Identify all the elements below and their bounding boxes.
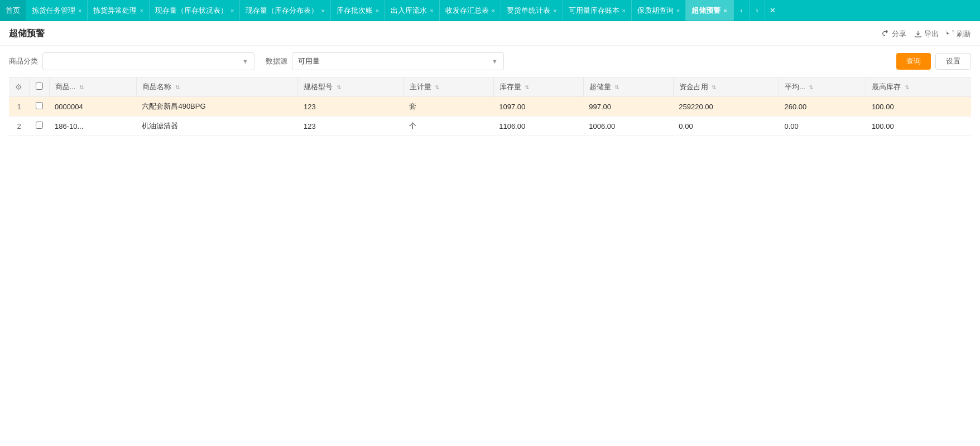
refresh-button[interactable]: 刷新	[947, 29, 971, 39]
nav-stock-dist[interactable]: 现存量（库存分布表） ×	[240, 0, 330, 21]
close-icon[interactable]: ×	[676, 7, 680, 14]
col-product-name-label: 商品名称	[142, 83, 171, 91]
top-navigation: 首页 拣货任务管理 × 拣货异常处理 × 现存量（库存状况表） × 现存量（库存…	[0, 0, 980, 21]
export-icon	[914, 30, 922, 38]
nav-batch-account[interactable]: 库存批次账 ×	[331, 0, 385, 21]
close-icon[interactable]: ×	[723, 7, 727, 14]
export-button[interactable]: 导出	[914, 29, 939, 39]
nav-order-stats[interactable]: 要货单统计表 ×	[501, 0, 563, 21]
sort-icon: ⇅	[175, 84, 180, 90]
close-icon[interactable]: ×	[230, 7, 234, 14]
col-spec[interactable]: 规格型号 ⇅	[298, 77, 403, 97]
sort-icon: ⇅	[79, 84, 84, 90]
cell-spec: 123	[298, 117, 403, 136]
datasource-filter-group: 数据源 可用量 ▼	[266, 52, 504, 70]
refresh-icon	[947, 30, 954, 38]
col-stock[interactable]: 库存量 ⇅	[493, 77, 583, 97]
datasource-select[interactable]: 可用量 ▼	[292, 52, 504, 70]
filter-area: 商品分类 ▼ 数据源 可用量 ▼ 查询 设置	[0, 46, 980, 77]
col-spec-label: 规格型号	[304, 83, 333, 91]
close-icon[interactable]: ×	[622, 7, 626, 14]
cell-capital: 0.00	[673, 117, 779, 136]
col-stock-label: 库存量	[499, 83, 521, 91]
cell-max-stock: 100.00	[866, 117, 971, 136]
query-button[interactable]: 查询	[896, 53, 931, 70]
cell-average: 260.00	[779, 97, 866, 117]
row-checkbox-cell	[29, 117, 49, 136]
cell-product-name: 机油滤清器	[136, 117, 298, 136]
nav-prev-arrow[interactable]: ‹	[733, 0, 749, 21]
nav-close-all-arrow[interactable]: ✕	[765, 0, 780, 21]
sort-icon: ⇅	[809, 84, 813, 90]
overstock-table: ⚙ 商品... ⇅ 商品名称 ⇅ 规格型号 ⇅ 主计量	[9, 77, 971, 136]
chevron-down-icon: ▼	[242, 58, 248, 65]
nav-pick-task[interactable]: 拣货任务管理 ×	[26, 0, 88, 21]
cell-product-code: 186-10...	[49, 117, 136, 136]
col-unit[interactable]: 主计量 ⇅	[403, 77, 493, 97]
close-icon[interactable]: ×	[78, 7, 81, 14]
col-capital-label: 资金占用	[679, 83, 708, 91]
share-icon	[882, 30, 890, 38]
cell-overstock: 997.00	[583, 97, 673, 117]
close-icon[interactable]: ×	[140, 7, 143, 14]
sort-icon: ⇅	[712, 84, 716, 90]
row-checkbox[interactable]	[36, 102, 43, 109]
table-container: ⚙ 商品... ⇅ 商品名称 ⇅ 规格型号 ⇅ 主计量	[0, 77, 980, 136]
col-unit-label: 主计量	[410, 83, 431, 91]
nav-overstock[interactable]: 超储预警 ×	[686, 0, 733, 21]
cell-overstock: 1006.00	[583, 117, 673, 136]
settings-button[interactable]: 设置	[935, 53, 971, 70]
share-button[interactable]: 分享	[882, 29, 906, 39]
close-icon[interactable]: ×	[492, 7, 495, 14]
close-icon[interactable]: ×	[553, 7, 556, 14]
nav-pick-exception[interactable]: 拣货异常处理 ×	[88, 0, 149, 21]
table-header-row: ⚙ 商品... ⇅ 商品名称 ⇅ 规格型号 ⇅ 主计量	[9, 77, 971, 97]
nav-home[interactable]: 首页	[0, 0, 26, 21]
cell-unit: 套	[403, 97, 493, 117]
close-icon[interactable]: ×	[321, 7, 324, 14]
gear-icon[interactable]: ⚙	[15, 83, 22, 91]
nav-available-stock[interactable]: 可用量库存账本 ×	[563, 0, 632, 21]
cell-stock: 1097.00	[493, 97, 583, 117]
chevron-down-icon: ▼	[492, 58, 498, 65]
table-row: 2 186-10... 机油滤清器 123 个 1106.00 1006.00 …	[9, 117, 971, 136]
col-product-name[interactable]: 商品名称 ⇅	[136, 77, 298, 97]
col-product-code[interactable]: 商品... ⇅	[49, 77, 136, 97]
cell-max-stock: 100.00	[866, 97, 971, 117]
col-average[interactable]: 平均... ⇅	[779, 77, 866, 97]
col-max-stock[interactable]: 最高库存 ⇅	[866, 77, 971, 97]
col-overstock-label: 超储量	[589, 83, 611, 91]
category-select[interactable]: ▼	[42, 52, 254, 70]
sort-icon: ⇅	[905, 84, 909, 90]
cell-spec: 123	[298, 97, 403, 117]
select-all-checkbox[interactable]	[36, 83, 43, 90]
header-actions: 分享 导出 刷新	[882, 29, 971, 39]
datasource-value: 可用量	[298, 56, 320, 66]
row-num: 2	[9, 117, 29, 136]
sort-icon: ⇅	[525, 84, 529, 90]
page-title: 超储预警	[9, 28, 45, 40]
col-product-code-label: 商品...	[55, 83, 76, 91]
col-overstock[interactable]: 超储量 ⇅	[583, 77, 673, 97]
cell-product-code: 0000004	[49, 97, 136, 117]
sort-icon: ⇅	[614, 84, 619, 90]
col-capital[interactable]: 资金占用 ⇅	[673, 77, 779, 97]
col-checkbox	[29, 77, 49, 97]
filter-buttons: 查询 设置	[896, 53, 971, 70]
close-icon[interactable]: ×	[376, 7, 379, 14]
cell-product-name: 六配套新昌490BPG	[136, 97, 298, 117]
category-label: 商品分类	[9, 56, 38, 66]
cell-unit: 个	[403, 117, 493, 136]
nav-inout-flow[interactable]: 出入库流水 ×	[385, 0, 439, 21]
nav-stock-status[interactable]: 现存量（库存状况表） ×	[150, 0, 240, 21]
close-icon[interactable]: ×	[430, 7, 433, 14]
row-checkbox[interactable]	[36, 122, 43, 129]
col-gear: ⚙	[9, 77, 29, 97]
nav-shelf-life[interactable]: 保质期查询 ×	[632, 0, 686, 21]
nav-summary[interactable]: 收发存汇总表 ×	[440, 0, 501, 21]
col-max-stock-label: 最高库存	[872, 83, 901, 91]
row-checkbox-cell	[29, 97, 49, 117]
datasource-label: 数据源	[266, 56, 287, 66]
col-average-label: 平均...	[785, 83, 805, 91]
nav-next-arrow[interactable]: ›	[749, 0, 765, 21]
